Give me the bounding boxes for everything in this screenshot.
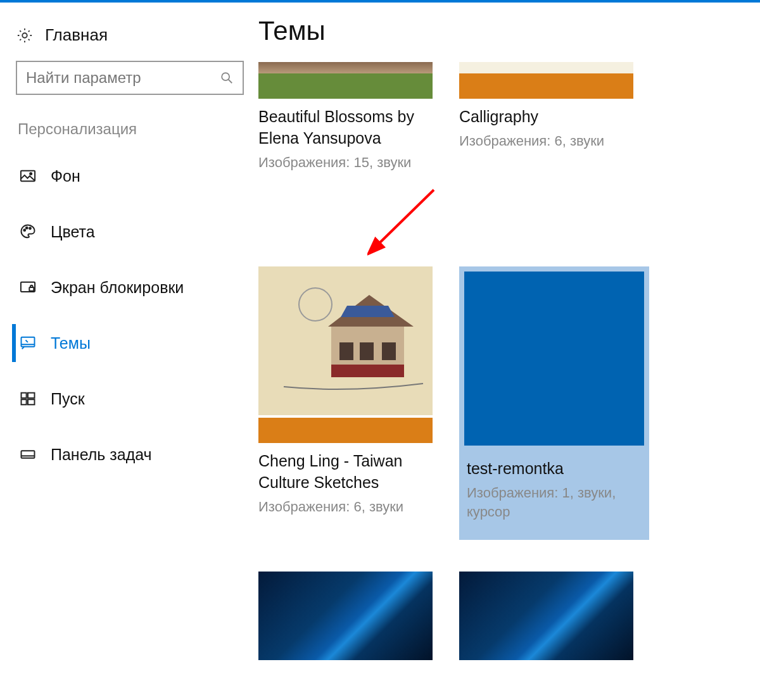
sidebar-item-label: Фон [51,167,80,185]
svg-rect-22 [339,342,353,360]
svg-rect-23 [360,342,374,360]
theme-title: Beautiful Blossoms by Elena Yansupova [258,106,433,149]
section-header: Персонализация [16,120,241,138]
search-input[interactable] [26,69,220,87]
theme-meta: Изображения: 6, звуки [258,497,433,516]
theme-title: Cheng Ling - Taiwan Culture Sketches [258,451,433,494]
svg-rect-14 [28,399,35,404]
sidebar-item-start[interactable]: Пуск [12,380,241,418]
theme-image [464,272,644,446]
theme-card-chengling[interactable]: Cheng Ling - Taiwan Culture Sketches Изо… [258,266,433,540]
start-icon [19,390,37,408]
home-link[interactable]: Главная [16,16,241,61]
sidebar-item-label: Панель задач [51,446,152,464]
svg-point-1 [222,73,229,80]
theme-thumbnail [459,62,633,99]
svg-rect-11 [22,393,27,398]
sidebar-item-label: Темы [51,334,91,353]
svg-point-5 [23,229,25,231]
theme-accent-strip [258,73,433,99]
theme-thumbnail [258,62,433,99]
search-box[interactable] [16,61,244,95]
sidebar-item-taskbar[interactable]: Панель задач [12,435,241,473]
theme-card-windows-1[interactable] [258,572,433,660]
svg-marker-21 [341,306,395,317]
page-title: Темы [258,16,747,46]
svg-rect-15 [22,451,35,458]
svg-point-6 [26,227,28,229]
theme-card-blossoms[interactable]: Beautiful Blossoms by Elena Yansupova Из… [258,62,433,172]
gear-icon [16,27,34,44]
theme-grid: Beautiful Blossoms by Elena Yansupova Из… [258,62,747,660]
home-label: Главная [45,25,108,45]
svg-rect-13 [22,399,27,404]
sidebar-item-label: Цвета [51,223,95,241]
theme-accent-strip [258,418,433,443]
theme-image [459,572,633,660]
theme-image [258,266,433,415]
sidebar-item-label: Пуск [51,390,85,408]
theme-card-windows-2[interactable] [459,572,633,660]
sidebar-item-themes[interactable]: Темы [12,324,241,362]
theme-meta: Изображения: 15, звуки [258,153,433,172]
theme-title: Calligraphy [459,106,633,128]
svg-rect-12 [28,393,35,398]
lockscreen-icon [19,278,37,296]
theme-thumbnail [258,266,433,443]
svg-line-2 [229,80,232,84]
theme-meta: Изображения: 1, звуки, курсор [459,484,649,540]
svg-rect-24 [382,342,396,360]
spacer [258,197,747,241]
palette-icon [19,223,37,241]
theme-accent-strip [459,73,633,99]
search-icon [220,71,234,85]
main-content: Темы Beautiful Blossoms by Elena Yansupo… [247,16,760,660]
theme-title: test-remontka [459,458,649,480]
sidebar-item-colors[interactable]: Цвета [12,213,241,251]
settings-window: Главная Персонализация Фон [0,0,760,660]
svg-rect-25 [331,365,404,377]
theme-meta: Изображения: 6, звуки [459,132,633,151]
theme-image [258,572,433,660]
sidebar-item-label: Экран блокировки [51,278,184,297]
sidebar-item-background[interactable]: Фон [12,157,241,195]
sidebar: Главная Персонализация Фон [0,16,247,660]
sidebar-item-lockscreen[interactable]: Экран блокировки [12,268,241,306]
themes-icon [19,334,37,352]
theme-image [258,62,433,73]
theme-card-calligraphy[interactable]: Calligraphy Изображения: 6, звуки [459,62,633,172]
taskbar-icon [19,446,37,463]
window-accent-border [0,0,760,3]
svg-point-0 [22,33,27,37]
theme-thumbnail [459,266,649,451]
picture-icon [19,167,37,185]
svg-point-4 [30,173,32,175]
theme-image [459,62,633,73]
svg-rect-9 [29,287,34,291]
svg-point-7 [29,227,31,229]
theme-card-test-remontka[interactable]: test-remontka Изображения: 1, звуки, кур… [459,266,649,540]
